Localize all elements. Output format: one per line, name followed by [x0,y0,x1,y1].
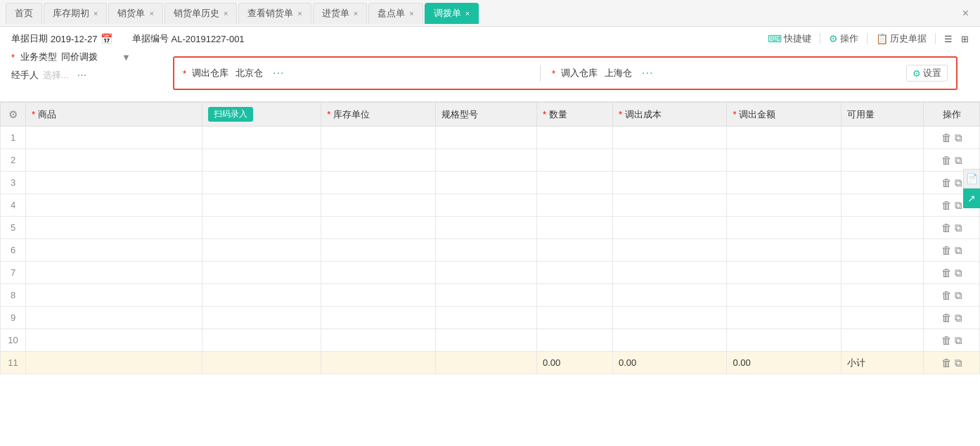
td-spec-2[interactable] [435,149,536,172]
td-goods-7[interactable] [26,262,202,284]
td-qty-3[interactable] [536,172,612,194]
delete-row-btn-8[interactable]: 🗑 [941,289,952,301]
operation-btn[interactable]: ⚙ 操作 [829,32,858,45]
td-spec-10[interactable] [435,329,536,352]
td-spec-5[interactable] [435,217,536,239]
td-goods-1[interactable] [26,127,202,149]
td-amount-4[interactable] [727,194,841,217]
td-cost-6[interactable] [613,239,727,262]
td-amount-7[interactable] [727,262,841,284]
person-select[interactable]: 选择... [43,69,69,82]
table-gear-icon[interactable]: ⚙ [8,108,18,120]
td-unit-7[interactable] [321,262,435,284]
scan-entry-button[interactable]: 扫码录入 [208,107,253,122]
delete-row-btn-9[interactable]: 🗑 [941,312,952,324]
tab-close-sales[interactable]: × [149,9,153,18]
td-spec-6[interactable] [435,239,536,262]
td-unit-10[interactable] [321,329,435,352]
delete-row-btn-11[interactable]: 🗑 [941,357,952,369]
th-scan[interactable]: 扫码录入 [202,103,321,127]
td-goods-3[interactable] [26,172,202,194]
td-cost-2[interactable] [613,149,727,172]
history-btn[interactable]: 📋 历史单据 [876,32,927,45]
biz-type-value[interactable]: 同价调拨 [61,51,117,63]
tab-close-view-sales[interactable]: × [297,9,302,18]
td-qty-8[interactable] [536,284,612,307]
td-goods-5[interactable] [26,217,202,239]
td-unit-4[interactable] [321,194,435,217]
tab-sales-history[interactable]: 销货单历史 × [165,3,237,24]
td-goods-9[interactable] [26,307,202,329]
td-unit-8[interactable] [321,284,435,307]
td-amount-10[interactable] [727,329,841,352]
td-goods-11[interactable] [26,352,202,374]
tab-close-inventory-init[interactable]: × [94,9,98,18]
td-qty-10[interactable] [536,329,612,352]
td-cost-7[interactable] [613,262,727,284]
layout-btn1[interactable]: ☰ [944,34,953,44]
td-qty-1[interactable] [536,127,612,149]
td-spec-3[interactable] [435,172,536,194]
tab-inventory-init[interactable]: 库存期初 × [44,3,107,24]
td-qty-7[interactable] [536,262,612,284]
td-goods-4[interactable] [26,194,202,217]
out-warehouse-more-icon[interactable]: ··· [273,67,284,79]
td-spec-9[interactable] [435,307,536,329]
copy-row-btn-3[interactable]: ⧉ [955,177,962,189]
delete-row-btn-3[interactable]: 🗑 [941,177,952,189]
tab-close-purchase[interactable]: × [354,9,358,18]
td-cost-11[interactable]: 0.00 [613,352,727,374]
copy-row-btn-5[interactable]: ⧉ [955,222,962,234]
td-goods-2[interactable] [26,149,202,172]
td-goods-6[interactable] [26,239,202,262]
copy-row-btn-8[interactable]: ⧉ [955,289,962,302]
in-warehouse-more-icon[interactable]: ··· [642,67,653,79]
copy-row-btn-1[interactable]: ⧉ [955,132,962,144]
biz-type-dropdown-icon[interactable]: ▼ [122,52,131,63]
copy-row-btn-4[interactable]: ⧉ [955,199,962,212]
tab-home[interactable]: 首页 [6,3,42,24]
td-spec-7[interactable] [435,262,536,284]
in-warehouse-value[interactable]: 上海仓 [605,67,632,79]
td-unit-5[interactable] [321,217,435,239]
td-cost-9[interactable] [613,307,727,329]
delete-row-btn-1[interactable]: 🗑 [941,132,952,144]
td-spec-8[interactable] [435,284,536,307]
th-gear[interactable]: ⚙ [1,103,26,127]
person-more-icon[interactable]: ··· [77,69,86,82]
td-cost-8[interactable] [613,284,727,307]
tab-transfer[interactable]: 调拨单 × [425,3,479,24]
delete-row-btn-10[interactable]: 🗑 [941,334,952,346]
td-unit-6[interactable] [321,239,435,262]
delete-row-btn-4[interactable]: 🗑 [941,199,952,211]
side-export-icon[interactable]: ↗ [963,189,980,208]
tab-close-stocktake[interactable]: × [409,9,413,18]
close-all-tabs[interactable]: × [957,7,974,20]
copy-row-btn-9[interactable]: ⧉ [955,312,962,324]
shortcut-btn[interactable]: ⌨ 快捷键 [768,32,811,45]
copy-row-btn-10[interactable]: ⧉ [955,334,962,347]
td-goods-8[interactable] [26,284,202,307]
td-qty-11[interactable]: 0.00 [536,352,612,374]
td-qty-9[interactable] [536,307,612,329]
td-amount-2[interactable] [727,149,841,172]
delete-row-btn-2[interactable]: 🗑 [941,154,952,166]
td-qty-5[interactable] [536,217,612,239]
td-qty-2[interactable] [536,149,612,172]
td-unit-1[interactable] [321,127,435,149]
td-unit-9[interactable] [321,307,435,329]
td-amount-9[interactable] [727,307,841,329]
td-amount-1[interactable] [727,127,841,149]
td-amount-5[interactable] [727,217,841,239]
tab-view-sales[interactable]: 查看销货单 × [238,3,311,24]
td-spec-11[interactable] [435,352,536,374]
out-warehouse-value[interactable]: 北京仓 [236,67,263,79]
td-cost-1[interactable] [613,127,727,149]
setting-button[interactable]: ⚙ 设置 [906,65,948,82]
layout-btn2[interactable]: ⊞ [961,34,969,44]
doc-date-value[interactable]: 2019-12-27 [51,34,98,44]
td-spec-1[interactable] [435,127,536,149]
td-unit-3[interactable] [321,172,435,194]
td-cost-3[interactable] [613,172,727,194]
tab-close-sales-history[interactable]: × [224,9,228,18]
